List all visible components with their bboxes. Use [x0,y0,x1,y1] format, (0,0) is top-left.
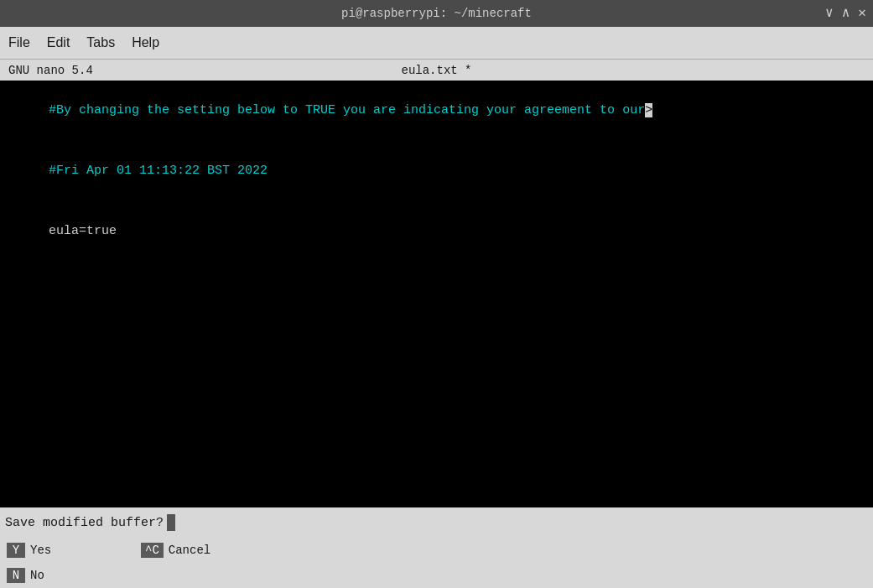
title-bar-text: pi@raspberrypi: ~/minecraft [341,7,532,20]
nano-filename: eula.txt * [401,64,471,77]
options-row-1: Y Yes ^C Cancel [0,538,873,563]
save-prompt-cursor [167,514,175,531]
key-y: Y [7,543,25,558]
option-no-label: No [30,569,44,582]
save-prompt-row: Save modified buffer? [0,507,873,538]
save-prompt-text: Save modified buffer? [5,516,164,530]
menu-file[interactable]: File [8,35,30,50]
key-ctrl-c: ^C [141,543,164,558]
nano-header: GNU nano 5.4 eula.txt * [0,59,873,81]
close-icon[interactable]: ✕ [858,7,866,20]
line-overflow-indicator: > [645,103,652,117]
maximize-icon[interactable]: ∧ [842,7,850,20]
option-no[interactable]: N No [3,568,138,583]
option-cancel-label: Cancel [169,544,210,557]
key-n: N [7,568,25,583]
options-row-2: N No [0,563,873,588]
option-yes[interactable]: Y Yes [3,543,138,558]
editor-line-2: #Fri Apr 01 11:13:22 BST 2022 [0,141,873,201]
editor-line-1: #By changing the setting below to TRUE y… [0,81,873,141]
terminal-window: pi@raspberrypi: ~/minecraft ∨ ∧ ✕ File E… [0,0,873,588]
bottom-area: Save modified buffer? Y Yes ^C Cancel N [0,507,873,588]
nano-version: GNU nano 5.4 [8,64,93,77]
title-bar-controls: ∨ ∧ ✕ [825,7,866,20]
option-cancel[interactable]: ^C Cancel [138,543,272,558]
editor-line-3: eula=true [0,201,873,262]
menu-help[interactable]: Help [132,35,159,50]
menu-edit[interactable]: Edit [47,35,70,50]
menu-bar: File Edit Tabs Help [0,27,873,59]
options-grid: Y Yes ^C Cancel N No [0,538,873,588]
menu-tabs[interactable]: Tabs [86,35,115,50]
option-yes-label: Yes [30,544,51,557]
title-bar: pi@raspberrypi: ~/minecraft ∨ ∧ ✕ [0,0,873,27]
minimize-icon[interactable]: ∨ [825,7,834,20]
